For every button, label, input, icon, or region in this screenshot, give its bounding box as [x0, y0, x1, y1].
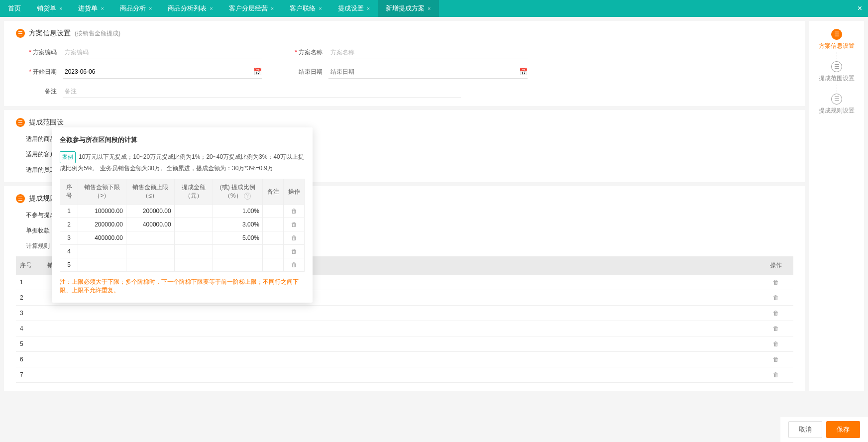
table-row[interactable]: 6🗑: [16, 352, 793, 367]
popover-note: 注：上限必须大于下限；多个阶梯时，下一个阶梯下限要等于前一阶梯上限；不同行之间下…: [60, 278, 305, 295]
example-table: 序号 销售金额下限（>） 销售金额上限（≤） 提成金额（元） (或) 提成比例（…: [60, 179, 305, 272]
delete-icon[interactable]: 🗑: [773, 325, 779, 332]
input-plan-name[interactable]: [328, 46, 528, 59]
tab-purchase[interactable]: 进货单×: [70, 0, 111, 17]
close-all-icon[interactable]: ×: [858, 4, 862, 13]
calendar-icon[interactable]: 📅: [253, 68, 262, 76]
input-start-date[interactable]: [63, 65, 253, 78]
nav-icon: ☰: [831, 29, 842, 40]
table-row: 1100000.00200000.001.00%🗑: [60, 205, 305, 218]
delete-icon[interactable]: 🗑: [773, 310, 779, 317]
delete-icon[interactable]: 🗑: [291, 248, 297, 255]
close-icon[interactable]: ×: [59, 5, 62, 11]
nav-step-rules[interactable]: ☰ 提成规则设置: [819, 94, 855, 115]
label-plan-code: *方案编码: [26, 48, 57, 57]
tab-product-analysis[interactable]: 商品分析×: [112, 0, 160, 17]
section-title: 提成范围设: [29, 118, 64, 127]
nav-icon: ☰: [831, 61, 842, 72]
table-row: 2200000.00400000.003.00%🗑: [60, 218, 305, 231]
input-end-date[interactable]: [328, 65, 519, 78]
tab-customer-contact[interactable]: 客户联络×: [282, 0, 329, 17]
label-remark: 备注: [26, 87, 57, 96]
tab-new-commission[interactable]: 新增提成方案×: [378, 0, 438, 17]
delete-icon[interactable]: 🗑: [291, 234, 297, 241]
table-row[interactable]: 5🗑: [16, 336, 793, 352]
section-title: 方案信息设置: [29, 29, 71, 38]
calendar-icon[interactable]: 📅: [519, 68, 528, 76]
delete-icon[interactable]: 🗑: [773, 371, 779, 378]
tab-product-list[interactable]: 商品分析列表×: [160, 0, 220, 17]
table-row: 4🗑: [60, 245, 305, 258]
delete-icon[interactable]: 🗑: [291, 208, 297, 215]
section-icon: ☰: [16, 118, 25, 127]
label-end-date: 结束日期: [292, 68, 323, 76]
nav-step-info[interactable]: ☰ 方案信息设置: [819, 29, 855, 50]
delete-icon[interactable]: 🗑: [291, 261, 297, 268]
nav-icon: ☰: [831, 94, 842, 105]
tab-sales[interactable]: 销货单×: [29, 0, 70, 17]
delete-icon[interactable]: 🗑: [773, 294, 779, 301]
delete-icon[interactable]: 🗑: [291, 221, 297, 228]
delete-icon[interactable]: 🗑: [773, 356, 779, 363]
tab-commission[interactable]: 提成设置×: [330, 0, 378, 17]
col-action: 操作: [759, 256, 793, 275]
popover-description: 案例10万元以下无提成；10~20万元提成比例为1%；20~40万提成比例为3%…: [60, 151, 305, 174]
case-badge: 案例: [60, 151, 76, 163]
section-icon: ☰: [16, 29, 25, 38]
section-icon: ☰: [16, 194, 25, 203]
label-calc-rule: 计算规则: [26, 242, 50, 250]
delete-icon[interactable]: 🗑: [773, 279, 779, 286]
input-plan-code[interactable]: [63, 46, 262, 59]
close-icon[interactable]: ×: [210, 5, 213, 11]
delete-icon[interactable]: 🗑: [773, 340, 779, 347]
calc-example-popover: 全额参与所在区间段的计算 案例10万元以下无提成；10~20万元提成比例为1%；…: [52, 127, 313, 303]
section-subtitle: (按销售金额提成): [75, 29, 120, 38]
info-icon: ?: [244, 193, 251, 200]
section-plan-info: ☰ 方案信息设置 (按销售金额提成) *方案编码 *方案名称 *开始日期: [4, 21, 805, 106]
close-icon[interactable]: ×: [428, 5, 431, 11]
label-plan-name: *方案名称: [292, 48, 323, 57]
tab-customer-tier[interactable]: 客户分层经营×: [221, 0, 282, 17]
tab-home[interactable]: 首页: [0, 0, 29, 17]
col-index: 序号: [16, 256, 43, 275]
close-icon[interactable]: ×: [319, 5, 322, 11]
table-row[interactable]: 4🗑: [16, 321, 793, 336]
table-row[interactable]: 3🗑: [16, 306, 793, 321]
label-start-date: *开始日期: [26, 68, 57, 76]
table-row: 5🗑: [60, 258, 305, 272]
col-remark: 备注: [262, 256, 759, 275]
nav-step-scope[interactable]: ☰ 提成范围设置: [819, 61, 855, 83]
table-row[interactable]: 7🗑: [16, 367, 793, 383]
close-icon[interactable]: ×: [271, 5, 274, 11]
input-remark[interactable]: [63, 85, 461, 98]
close-icon[interactable]: ×: [367, 5, 370, 11]
popover-title: 全额参与所在区间段的计算: [60, 135, 305, 144]
side-anchor-nav: ☰ 方案信息设置 ☰ 提成范围设置 ☰ 提成规则设置: [809, 21, 864, 391]
top-tab-bar: 首页 销货单× 进货单× 商品分析× 商品分析列表× 客户分层经营× 客户联络×…: [0, 0, 868, 17]
close-icon[interactable]: ×: [101, 5, 104, 11]
table-row: 3400000.005.00%🗑: [60, 231, 305, 245]
close-icon[interactable]: ×: [149, 5, 152, 11]
